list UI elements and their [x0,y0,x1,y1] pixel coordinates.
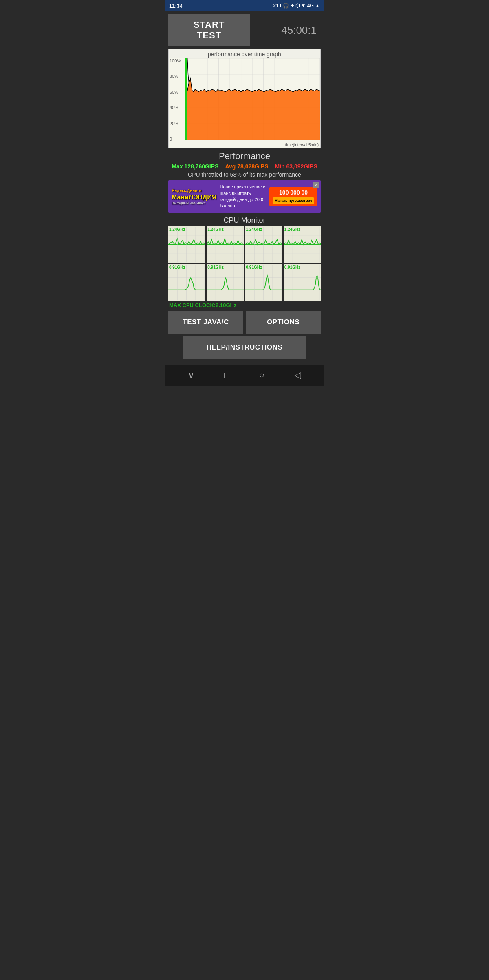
cpu-core-7: 0.91GHz [245,264,282,301]
y-label-0: 0 [170,137,181,142]
nav-back-button[interactable]: ◁ [294,370,301,380]
svg-marker-19 [187,79,320,140]
cpu-core-4: 1.24GHz [284,226,321,263]
graph-svg [185,58,320,140]
cpu-core-8-freq: 0.91GHz [284,265,300,270]
bottom-buttons: TEST JAVA/C OPTIONS [168,311,321,334]
ad-logo-text: Яндекс.Деньги [172,188,216,193]
cpu-core-5-freq: 0.91GHz [169,265,185,270]
max-cpu-label: MAX CPU CLOCK:2.10GHz [169,302,321,308]
nav-home-button[interactable]: ○ [259,370,264,380]
cpu-core-7-freq: 0.91GHz [246,265,262,270]
cpu-core-5-graph [168,264,205,301]
cpu-core-3-graph [245,226,282,263]
cpu-core-1: 1.24GHz [168,226,205,263]
ad-sub-text: Выгодный чат-квест [172,201,216,205]
ad-center-text: Новое приключение и шанс выиграть каждый… [216,184,269,209]
performance-title: Performance [168,151,321,161]
svg-rect-52 [168,265,205,300]
main-content: START TEST 45:00:1 performance over time… [165,11,324,365]
cpu-top-grid: 1.24GHz 1.24GHz [168,226,321,263]
time-display: 11:34 [169,3,183,9]
y-label-80: 80% [170,74,181,79]
svg-rect-18 [185,58,187,140]
status-bar: 11:34 21.i 🎧 ✦ ⬡ ▼ 4G ▲ [165,0,324,11]
y-axis-labels: 100% 80% 60% 40% 20% 0 [170,58,181,148]
nav-back-chevron[interactable]: ∨ [188,370,194,380]
performance-section: Performance Max 128,760GIPS Avg 78,028GI… [168,151,321,178]
cpu-core-4-graph [284,226,321,263]
cpu-bottom-grid: 0.91GHz 0.91GHz [168,264,321,301]
throttle-text: CPU throttled to 53% of its max performa… [168,171,321,178]
status-right: 21.i 🎧 ✦ ⬡ ▼ 4G ▲ [273,3,320,9]
nav-recents-button[interactable]: □ [224,370,229,380]
nav-bar: ∨ □ ○ ◁ [165,365,324,386]
cpu-core-8-graph [284,264,321,301]
cpu-core-6-freq: 0.91GHz [207,265,223,270]
cpu-core-3-freq: 1.24GHz [246,227,262,232]
status-left: 11:34 [169,3,183,9]
options-button[interactable]: OPTIONS [246,311,321,334]
cpu-core-7-graph [245,264,282,301]
ad-main-text: МаниЛЭНДИЯ [172,194,216,201]
cpu-core-2-graph [207,226,244,263]
cpu-core-2-freq: 1.24GHz [207,227,223,232]
y-label-60: 60% [170,90,181,95]
cpu-core-1-graph [168,226,205,263]
ad-cta[interactable]: Начать путешествие [273,197,314,204]
cpu-monitor-title: CPU Monitor [168,216,321,225]
timer-display: 45:00:1 [281,24,317,37]
graph-title: performance over time graph [169,49,320,58]
ad-banner[interactable]: Яндекс.Деньги МаниЛЭНДИЯ Выгодный чат-кв… [168,180,321,213]
y-label-20: 20% [170,121,181,126]
top-row: START TEST 45:00:1 [168,14,321,46]
ad-left-text: Яндекс.Деньги МаниЛЭНДИЯ Выгодный чат-кв… [172,188,216,205]
cpu-core-1-freq: 1.24GHz [169,227,185,232]
cpu-core-6-graph [207,264,244,301]
svg-rect-76 [284,265,321,300]
svg-rect-68 [245,265,282,300]
time-label: time(interval 5min) [285,143,319,147]
cpu-core-6: 0.91GHz [207,264,244,301]
graph-area [185,58,320,140]
test-java-c-button[interactable]: TEST JAVA/C [168,311,243,334]
svg-rect-60 [207,265,244,300]
cpu-core-5: 0.91GHz [168,264,205,301]
cpu-core-3: 1.24GHz [245,226,282,263]
cpu-core-4-freq: 1.24GHz [284,227,300,232]
perf-avg: Avg 78,028GIPS [225,163,268,170]
cpu-monitor-section: CPU Monitor 1.24GHz 1.24 [168,216,321,308]
cpu-core-8: 0.91GHz [284,264,321,301]
perf-min: Min 63,092GIPS [275,163,317,170]
y-label-40: 40% [170,105,181,110]
ad-close-button[interactable]: ✕ [313,182,319,188]
start-test-button[interactable]: START TEST [168,14,250,46]
performance-graph-section: performance over time graph 100% 80% 60%… [168,49,321,148]
graph-container: 100% 80% 60% 40% 20% 0 [169,58,320,148]
status-icons: 21.i 🎧 ✦ ⬡ ▼ 4G ▲ [273,3,320,9]
cpu-core-2: 1.24GHz [207,226,244,263]
ad-right-block: 100 000 00 Начать путешествие [269,187,317,206]
y-label-100: 100% [170,58,181,63]
perf-stats: Max 128,760GIPS Avg 78,028GIPS Min 63,09… [168,163,321,170]
help-instructions-button[interactable]: HELP/INSTRUCTIONS [183,336,306,359]
perf-max: Max 128,760GIPS [172,163,218,170]
ad-prize: 100 000 00 [273,189,314,196]
